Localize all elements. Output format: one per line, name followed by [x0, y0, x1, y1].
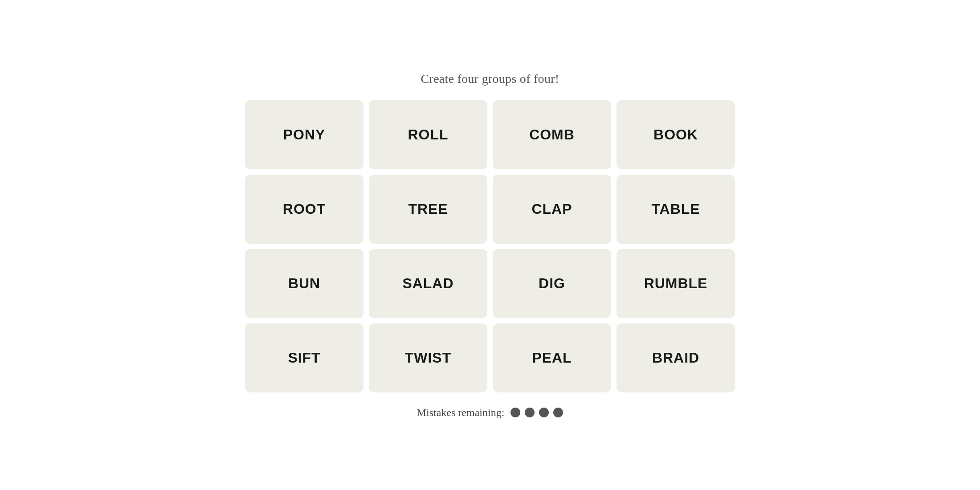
- word-card[interactable]: TWIST: [369, 323, 487, 392]
- word-label: TABLE: [651, 201, 700, 217]
- word-card[interactable]: TREE: [369, 175, 487, 244]
- word-card[interactable]: CLAP: [493, 175, 611, 244]
- mistakes-row: Mistakes remaining:: [417, 407, 564, 419]
- word-card[interactable]: BRAID: [617, 323, 735, 392]
- word-card[interactable]: RUMBLE: [617, 249, 735, 318]
- word-label: TREE: [408, 201, 448, 217]
- word-label: BOOK: [653, 127, 698, 143]
- dots-container: [510, 408, 563, 417]
- word-label: BRAID: [652, 350, 699, 366]
- word-card[interactable]: BOOK: [617, 100, 735, 169]
- game-container: Create four groups of four! PONYROLLCOMB…: [245, 72, 735, 419]
- word-label: PEAL: [532, 350, 572, 366]
- word-label: BUN: [288, 275, 320, 292]
- word-card[interactable]: COMB: [493, 100, 611, 169]
- mistake-dot: [525, 408, 535, 417]
- mistakes-label: Mistakes remaining:: [417, 407, 505, 419]
- word-card[interactable]: ROLL: [369, 100, 487, 169]
- word-grid: PONYROLLCOMBBOOKROOTTREECLAPTABLEBUNSALA…: [245, 100, 735, 392]
- word-card[interactable]: DIG: [493, 249, 611, 318]
- word-label: ROOT: [283, 201, 326, 217]
- subtitle: Create four groups of four!: [421, 72, 559, 86]
- word-label: DIG: [539, 275, 565, 292]
- word-card[interactable]: BUN: [245, 249, 363, 318]
- word-label: CLAP: [532, 201, 572, 217]
- word-card[interactable]: TABLE: [617, 175, 735, 244]
- word-label: RUMBLE: [644, 275, 708, 292]
- mistake-dot: [553, 408, 563, 417]
- word-label: TWIST: [405, 350, 451, 366]
- word-card[interactable]: SALAD: [369, 249, 487, 318]
- mistake-dot: [539, 408, 549, 417]
- word-label: SIFT: [288, 350, 320, 366]
- word-label: ROLL: [408, 127, 449, 143]
- word-label: COMB: [529, 127, 575, 143]
- word-label: PONY: [283, 127, 326, 143]
- word-card[interactable]: ROOT: [245, 175, 363, 244]
- word-card[interactable]: SIFT: [245, 323, 363, 392]
- word-label: SALAD: [402, 275, 453, 292]
- mistake-dot: [510, 408, 520, 417]
- word-card[interactable]: PEAL: [493, 323, 611, 392]
- word-card[interactable]: PONY: [245, 100, 363, 169]
